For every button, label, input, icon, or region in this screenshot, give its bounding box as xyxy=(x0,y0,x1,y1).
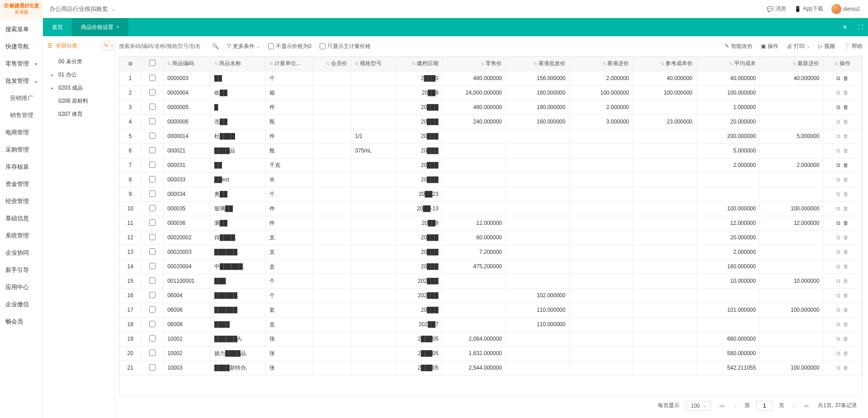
row-checkbox[interactable] xyxy=(149,162,156,168)
page-size-select[interactable]: 100⌄ xyxy=(686,401,711,411)
delete-icon[interactable]: 🗑 xyxy=(843,90,849,96)
video-button[interactable]: ▷视频 xyxy=(818,43,835,50)
table-row[interactable]: 1300020003██████.支20███7.2000002.000000⧉… xyxy=(119,245,862,259)
sidebar-item[interactable]: 经营管理 xyxy=(0,193,42,210)
delete-icon[interactable]: 🗑 xyxy=(843,365,849,371)
more-filters-button[interactable]: ▽更多条件⌄ xyxy=(227,43,260,50)
copy-icon[interactable]: ⧉ xyxy=(836,292,840,299)
table-row[interactable]: 1910001██████A.张2███052,064.000000660.00… xyxy=(119,332,862,346)
sort-icon[interactable]: ⇅ xyxy=(602,61,606,66)
row-checkbox[interactable] xyxy=(149,306,156,313)
only-main-input[interactable] xyxy=(320,43,326,49)
copy-icon[interactable]: ⧉ xyxy=(836,307,840,313)
tab-price-settings[interactable]: 商品价格设置× xyxy=(72,18,128,36)
row-checkbox[interactable] xyxy=(149,147,156,153)
search-input[interactable] xyxy=(119,43,209,49)
sidebar-item[interactable]: 电商管理 xyxy=(0,124,42,141)
copy-icon[interactable]: ⧉ xyxy=(836,321,840,328)
page-number-input[interactable] xyxy=(756,401,773,411)
operations-button[interactable]: ▣操作 xyxy=(761,43,778,50)
fullscreen-button[interactable]: ⛶ xyxy=(853,18,868,36)
tab-home[interactable]: 首页 xyxy=(43,18,72,36)
copy-icon[interactable]: ⧉ xyxy=(836,336,840,342)
table-row[interactable]: 50000014杜████件1/120███200.0000005.000000… xyxy=(119,129,862,143)
row-checkbox[interactable] xyxy=(149,89,156,95)
user-menu[interactable]: demo2 xyxy=(831,4,860,14)
delete-icon[interactable]: 🗑 xyxy=(843,75,849,81)
hide-zero-checkbox[interactable]: 不显示价格为0 xyxy=(268,43,311,50)
row-checkbox[interactable] xyxy=(149,364,156,370)
smart-price-button[interactable]: ✎智能改价 xyxy=(725,43,753,50)
column-header[interactable]: ⇅基准批发价 xyxy=(506,57,569,71)
page-next-button[interactable]: › xyxy=(791,403,796,409)
sidebar-item[interactable]: 快捷导航 xyxy=(0,38,42,55)
sort-icon[interactable]: ⇅ xyxy=(729,61,733,66)
copy-icon[interactable]: ⧉ xyxy=(836,162,840,168)
table-row[interactable]: 10000035玻璃██件20██-13100.000000100.000000… xyxy=(119,201,862,216)
sort-icon[interactable]: ⇅ xyxy=(793,61,796,66)
table-row[interactable]: 10000003██个2███0480.000000156.0000002.00… xyxy=(119,71,862,86)
copy-icon[interactable]: ⧉ xyxy=(836,249,840,255)
delete-icon[interactable]: 🗑 xyxy=(843,292,849,299)
column-header[interactable]: ⇅会员价 xyxy=(312,57,351,71)
delete-icon[interactable]: 🗑 xyxy=(843,307,849,313)
row-checkbox[interactable] xyxy=(149,190,156,197)
table-row[interactable]: 20000004收██箱20██824,000.000000180.000000… xyxy=(119,86,862,100)
row-checkbox[interactable] xyxy=(149,263,156,269)
sort-icon[interactable]: ⇅ xyxy=(412,61,415,66)
copy-icon[interactable]: ⧉ xyxy=(836,350,840,356)
row-checkbox[interactable] xyxy=(149,75,156,81)
sidebar-item[interactable]: 系统管理 xyxy=(0,227,42,244)
column-header[interactable]: ⚙ xyxy=(119,57,142,71)
column-header[interactable] xyxy=(142,57,164,71)
copy-icon[interactable]: ⧉ xyxy=(836,147,840,154)
gear-icon[interactable]: ⚙ xyxy=(128,61,133,67)
hide-zero-input[interactable] xyxy=(268,43,274,49)
table-row[interactable]: 8000033██est米20███⧉🗑 xyxy=(119,172,862,187)
workspace-selector[interactable]: 办公用品行业模拟账套 ⌄ xyxy=(43,5,156,13)
sidebar-item[interactable]: 畅会员 xyxy=(0,313,42,330)
copy-icon[interactable]: ⧉ xyxy=(836,263,840,270)
delete-icon[interactable]: 🗑 xyxy=(843,350,849,356)
copy-icon[interactable]: ⧉ xyxy=(836,191,840,197)
collapse-panel-button[interactable]: « xyxy=(109,41,115,50)
delete-icon[interactable]: 🗑 xyxy=(843,249,849,255)
sort-icon[interactable]: ⇅ xyxy=(326,61,330,66)
category-item[interactable]: 0207 体育 xyxy=(51,108,111,121)
delete-icon[interactable]: 🗑 xyxy=(843,133,849,139)
sort-icon[interactable]: ⇅ xyxy=(660,61,664,66)
category-item[interactable]: 00 未分类 xyxy=(51,55,111,68)
sidebar-item[interactable]: 零售管理▾ xyxy=(0,55,42,72)
delete-icon[interactable]: 🗑 xyxy=(843,205,849,212)
delete-icon[interactable]: 🗑 xyxy=(843,162,849,168)
row-checkbox[interactable] xyxy=(149,176,156,182)
column-header[interactable]: ⇅参考成本价 xyxy=(633,57,696,71)
select-all-checkbox[interactable] xyxy=(149,60,156,66)
sidebar-item[interactable]: 搜索菜单 xyxy=(0,21,42,38)
sidebar-item[interactable]: 新手引导 xyxy=(0,261,42,279)
copy-icon[interactable]: ⧉ xyxy=(836,220,840,226)
category-item[interactable]: ▸01 办公 xyxy=(51,68,111,81)
delete-icon[interactable]: 🗑 xyxy=(843,147,849,154)
delete-icon[interactable]: 🗑 xyxy=(843,176,849,183)
sidebar-item[interactable]: 批发管理▴ xyxy=(0,72,42,90)
table-row[interactable]: 1606004██████.个202███102.000000⧉🗑 xyxy=(119,288,862,303)
column-header[interactable]: ⇅计量单位... xyxy=(266,57,313,71)
table-row[interactable]: 1200020002得████.支20███60.00000020.000000… xyxy=(119,230,862,245)
row-checkbox[interactable] xyxy=(149,292,156,298)
copy-icon[interactable]: ⧉ xyxy=(836,75,840,81)
column-header[interactable]: ⇅零售价 xyxy=(442,57,505,71)
row-checkbox[interactable] xyxy=(149,133,156,139)
row-checkbox[interactable] xyxy=(149,205,156,211)
row-checkbox[interactable] xyxy=(149,118,156,124)
sort-icon[interactable]: ⇅ xyxy=(167,61,171,66)
messages-button[interactable]: 💬消息 xyxy=(767,5,786,13)
copy-icon[interactable]: ⧉ xyxy=(836,133,840,139)
table-row[interactable]: 2110003████新特办.张2███052,544.000000542.21… xyxy=(119,361,862,375)
table-row[interactable]: 1706006██████套20███110.000000101.0000001… xyxy=(119,303,862,317)
sidebar-item[interactable]: 基础信息 xyxy=(0,210,42,227)
copy-icon[interactable]: ⧉ xyxy=(836,278,840,284)
page-prev-button[interactable]: ‹ xyxy=(733,403,738,409)
sort-icon[interactable]: ⇅ xyxy=(269,61,273,66)
sort-icon[interactable]: ⇅ xyxy=(355,61,359,66)
